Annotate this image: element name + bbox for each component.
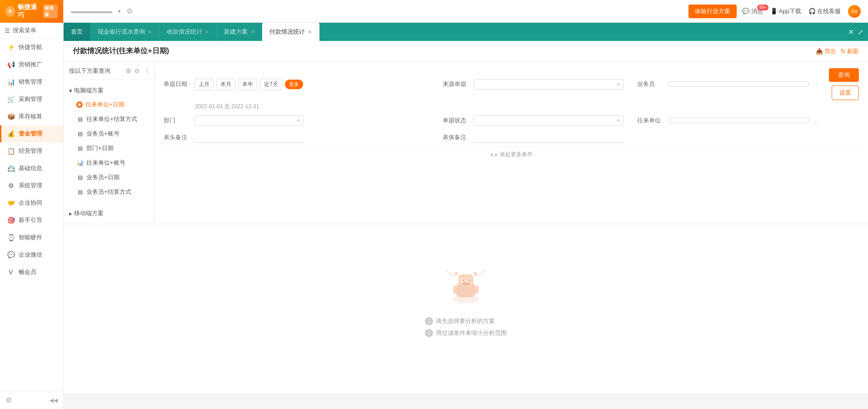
body-note-input[interactable] xyxy=(474,132,624,143)
sidebar-item-sales[interactable]: 📊销售管理 xyxy=(0,73,63,91)
salesperson-more-icon[interactable]: ... xyxy=(813,81,818,88)
app-download-button[interactable]: 📱 App下载 xyxy=(770,7,801,15)
sidebar-item-weixin[interactable]: 💬企业微信 xyxy=(0,246,63,263)
scheme-list-item[interactable]: ▤部门+日期 xyxy=(64,141,154,156)
close-tab-icon[interactable]: ✕ xyxy=(848,28,854,36)
settings-icon[interactable]: ⚙ xyxy=(126,7,133,15)
online-service-button[interactable]: 🎧 在线客服 xyxy=(808,7,841,15)
source-select[interactable]: ▾ xyxy=(474,79,624,90)
scheme-list-item[interactable]: ▤业务员+结算方式 xyxy=(64,185,154,199)
nav-icon-weixin: 💬 xyxy=(7,251,15,259)
trial-button[interactable]: 体验行业方案 xyxy=(688,5,737,18)
body-note-label: 表体备注 xyxy=(443,133,470,141)
tab-close-receipt[interactable]: ✕ xyxy=(205,29,209,35)
sidebar-item-marketing[interactable]: 📢营销推广 xyxy=(0,56,63,73)
message-button[interactable]: 💬 消息 99+ xyxy=(742,7,763,15)
filter-form: 单据日期 上月 本月 本年 近7天 更多 来源单据 xyxy=(155,62,868,224)
setting-button[interactable]: 设置 xyxy=(832,86,859,100)
hint-item-1: 1 请先选择要分析的方案 xyxy=(425,315,507,327)
search-menu-item[interactable]: ☰ 搜索菜单 xyxy=(0,23,63,39)
scheme-radio-icon xyxy=(76,101,83,108)
sidebar-item-member[interactable]: V畅会员 xyxy=(0,263,63,281)
sidebar-header: 6 畅捷通巧 标准版 xyxy=(0,0,63,23)
sidebar-item-enterprise[interactable]: 🤝企业协同 xyxy=(0,194,63,212)
sidebar-item-quick-nav[interactable]: ⚡快捷导航 xyxy=(0,39,63,56)
tab-new-scheme[interactable]: 新建方案 ✕ xyxy=(217,23,262,41)
query-button[interactable]: 查询 xyxy=(829,68,859,82)
svg-line-13 xyxy=(477,270,486,277)
date-btn-last-month[interactable]: 上月 xyxy=(195,79,214,90)
nav-icon-sales: 📊 xyxy=(7,78,15,86)
nav-label-sales: 销售管理 xyxy=(19,78,42,86)
expand-tab-icon[interactable]: ⤢ xyxy=(858,28,863,36)
refresh-button[interactable]: ↻ 刷新 xyxy=(841,47,859,56)
sidebar-item-basic-info[interactable]: 📇基础信息 xyxy=(0,160,63,177)
date-btn-this-year[interactable]: 本年 xyxy=(238,79,257,90)
date-btn-this-month[interactable]: 本月 xyxy=(216,79,235,90)
sidebar-item-purchase[interactable]: 🛒采购管理 xyxy=(0,91,63,108)
tab-receipt[interactable]: 收款情况统计 ✕ xyxy=(160,23,217,41)
user-avatar[interactable]: Rit xyxy=(848,5,861,18)
tab-home[interactable]: 首页 xyxy=(64,23,90,41)
scheme-section-arrow: ▸ xyxy=(69,210,72,217)
nav-label-hardware: 智能硬件 xyxy=(19,233,42,242)
tab-close-payment-stat[interactable]: ✕ xyxy=(308,29,312,35)
export-button[interactable]: 📤 导出 xyxy=(816,47,836,56)
scheme-settings-icon[interactable]: ⚙ xyxy=(134,67,140,75)
svg-rect-2 xyxy=(453,286,458,294)
collapse-filter-bar[interactable]: ∧∧ 收起更多条件 xyxy=(164,146,859,162)
partner-select[interactable] xyxy=(668,118,809,123)
tab-close-cashflow[interactable]: ✕ xyxy=(148,29,152,35)
doc-status-select[interactable]: ▾ xyxy=(474,115,624,126)
tab-cashflow[interactable]: 现金银行流水查询 ✕ xyxy=(90,23,160,41)
logo-icon: 6 xyxy=(5,6,15,17)
header-note-input[interactable] xyxy=(195,132,304,143)
sidebar-item-system[interactable]: ⚙系统管理 xyxy=(0,177,63,194)
scheme-list: ▾电脑端方案往来单位+日期▤往来单位+结算方式▤业务员+账号▤部门+日期📊往来单… xyxy=(64,80,154,224)
scheme-collapse-icon[interactable]: 《 xyxy=(143,67,149,75)
scheme-section: ▸移动端方案 xyxy=(64,203,154,224)
settings-footer-icon[interactable]: ⚙ xyxy=(5,396,12,404)
svg-point-8 xyxy=(469,279,470,281)
dept-arrow-icon: ▾ xyxy=(297,118,299,123)
scheme-list-item[interactable]: ▤业务员+日期 xyxy=(64,170,154,185)
sidebar-item-finance[interactable]: 💰资金管理 xyxy=(0,125,63,142)
svg-point-7 xyxy=(462,279,464,281)
tab-label-home: 首页 xyxy=(71,28,83,36)
date-btn-more[interactable]: 更多 xyxy=(285,80,303,89)
scheme-list-item[interactable]: 📊往来单位+账号 xyxy=(64,156,154,170)
docstatus-arrow-icon: ▾ xyxy=(617,118,619,123)
nav-icon-finance: 💰 xyxy=(7,130,15,138)
page-header: 付款情况统计(往来单位+日期) 📤 导出 ↻ 刷新 xyxy=(64,41,868,62)
nav-icon-quick-nav: ⚡ xyxy=(7,43,15,51)
scheme-section-title[interactable]: ▸移动端方案 xyxy=(64,207,154,220)
sidebar-item-operation[interactable]: 📋经营管理 xyxy=(0,142,63,160)
scheme-panel: 按以下方案查询 ⊕ ⚙ 《 ▾电脑端方案往来单位+日期▤往来单位+结算方式▤业务… xyxy=(64,62,155,224)
filter-header-note-field: 表头备注 xyxy=(164,132,429,143)
sidebar-item-guide[interactable]: 🎯新手引导 xyxy=(0,212,63,229)
collapse-sidebar-icon[interactable]: ◀◀ xyxy=(50,397,58,404)
tab-close-new-scheme[interactable]: ✕ xyxy=(250,29,254,35)
sidebar-nav: ⚡快捷导航📢营销推广📊销售管理🛒采购管理📦库存核算💰资金管理📋经营管理📇基础信息… xyxy=(0,39,63,281)
service-label: 在线客服 xyxy=(817,7,841,15)
scheme-list-item[interactable]: ▤业务员+账号 xyxy=(64,126,154,141)
dept-select[interactable]: ▾ xyxy=(195,115,304,126)
table-icon: ▤ xyxy=(76,116,84,123)
sidebar-item-hardware[interactable]: ⌚智能硬件 xyxy=(0,229,63,246)
tab-payment-stat[interactable]: 付款情况统计 ✕ xyxy=(262,23,319,41)
scheme-section-title[interactable]: ▾电脑端方案 xyxy=(64,84,154,97)
sidebar-item-inventory[interactable]: 📦库存核算 xyxy=(0,108,63,125)
scheme-list-item[interactable]: 往来单位+日期 xyxy=(64,97,154,112)
page-title: 付款情况统计(往来单位+日期) xyxy=(73,46,169,56)
salesperson-select[interactable] xyxy=(668,81,809,87)
date-btn-7days[interactable]: 近7天 xyxy=(260,79,282,90)
scheme-list-item[interactable]: ▤往来单位+结算方式 xyxy=(64,112,154,126)
dept-label: 部门 xyxy=(164,116,191,125)
add-scheme-icon[interactable]: ⊕ xyxy=(125,66,131,75)
filter-row-1: 单据日期 上月 本月 本年 近7天 更多 来源单据 xyxy=(164,68,859,100)
partner-more-icon[interactable]: ... xyxy=(813,117,818,124)
nav-label-weixin: 企业微信 xyxy=(19,251,42,259)
scheme-item-label: 往来单位+日期 xyxy=(85,101,125,109)
dropdown-arrow-icon[interactable]: ▾ xyxy=(118,8,121,15)
export-label: 导出 xyxy=(824,47,836,56)
